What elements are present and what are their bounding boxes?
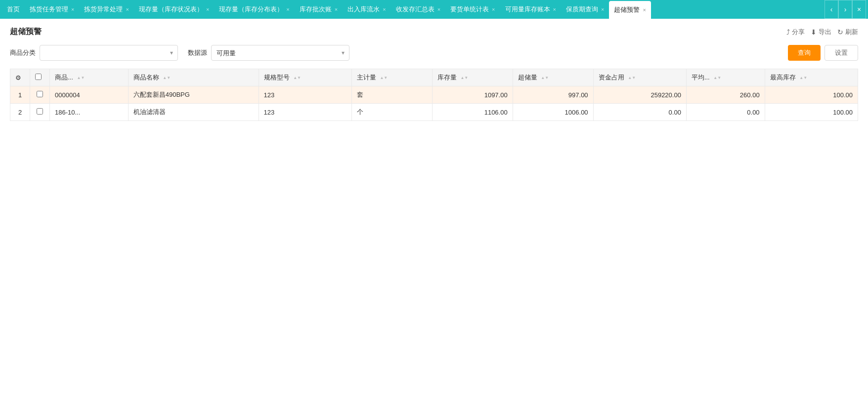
export-button[interactable]: ⬇ 导出	[811, 28, 831, 37]
cell-avg: 260.00	[686, 86, 765, 104]
nav-arrows: ‹ › ×	[825, 0, 866, 19]
top-navigation: 首页 拣货任务管理 × 拣货异常处理 × 现存量（库存状况表） × 现存量（库存…	[0, 0, 868, 19]
filter-category-group: 商品分类	[10, 45, 178, 61]
settings-button[interactable]: 设置	[825, 45, 858, 61]
cell-product-code: 186-10...	[50, 104, 129, 121]
data-table: ⚙ 商品... ▲▼ 商品名称 ▲▼ 规格型号 ▲▼ 主计	[10, 69, 858, 121]
close-icon[interactable]: ×	[601, 6, 604, 12]
sort-icon: ▲▼	[163, 76, 171, 80]
cell-unit: 个	[351, 104, 432, 121]
cell-stock: 1106.00	[432, 104, 513, 121]
category-select[interactable]	[40, 45, 178, 61]
nav-stock-status[interactable]: 现存量（库存状况表） ×	[134, 0, 214, 19]
category-select-wrapper	[40, 45, 178, 61]
table-header-row: ⚙ 商品... ▲▼ 商品名称 ▲▼ 规格型号 ▲▼ 主计	[10, 69, 858, 86]
share-button[interactable]: ⤴ 分享	[786, 28, 805, 37]
th-product-code[interactable]: 商品... ▲▼	[50, 69, 129, 86]
cell-spec: 123	[259, 104, 351, 121]
cell-product-name: 六配套新昌490BPG	[128, 86, 259, 104]
filter-datasource-group: 数据源 可用量 库存量	[188, 45, 349, 61]
row-index: 1	[10, 86, 30, 104]
cell-product-name: 机油滤清器	[128, 104, 259, 121]
th-checkbox	[30, 69, 50, 86]
page-content: 超储预警 ⤴ 分享 ⬇ 导出 ↻ 刷新 商品分类	[0, 19, 868, 395]
close-icon[interactable]: ×	[383, 6, 386, 12]
nav-close-arrow[interactable]: ×	[852, 0, 866, 19]
row-checkbox[interactable]	[37, 108, 43, 115]
close-icon[interactable]: ×	[286, 6, 289, 12]
th-product-name[interactable]: 商品名称 ▲▼	[128, 69, 259, 86]
nav-stock-dist[interactable]: 现存量（库存分布表） ×	[214, 0, 294, 19]
cell-max-stock: 100.00	[765, 104, 858, 121]
sort-icon: ▲▼	[799, 76, 807, 80]
page-title: 超储预警	[10, 27, 42, 37]
nav-collect-summary[interactable]: 收发存汇总表 ×	[391, 0, 445, 19]
datasource-select[interactable]: 可用量 库存量	[211, 45, 349, 61]
sort-icon: ▲▼	[628, 76, 636, 80]
nav-overstock-warning[interactable]: 超储预警 ×	[609, 1, 651, 19]
sort-icon: ▲▼	[293, 76, 301, 80]
cell-stock: 1097.00	[432, 86, 513, 104]
row-index: 2	[10, 104, 30, 121]
close-icon[interactable]: ×	[643, 7, 646, 13]
nav-available-stock[interactable]: 可用量库存账本 ×	[500, 0, 561, 19]
category-label: 商品分类	[10, 48, 36, 57]
row-checkbox[interactable]	[37, 91, 43, 97]
nav-quality-query[interactable]: 保质期查询 ×	[561, 0, 609, 19]
select-all-checkbox[interactable]	[35, 74, 42, 80]
refresh-button[interactable]: ↻ 刷新	[837, 28, 858, 37]
page-header: 超储预警 ⤴ 分享 ⬇ 导出 ↻ 刷新	[10, 27, 858, 37]
nav-batch[interactable]: 库存批次账 ×	[295, 0, 343, 19]
close-icon[interactable]: ×	[71, 6, 74, 12]
export-icon: ⬇	[811, 28, 817, 36]
cell-product-code: 0000004	[50, 86, 129, 104]
cell-overstock: 1006.00	[513, 104, 593, 121]
nav-demand-stats[interactable]: 要货单统计表 ×	[445, 0, 500, 19]
row-checkbox-cell	[30, 104, 50, 121]
right-buttons: 查询 设置	[788, 45, 858, 61]
datasource-select-wrapper: 可用量 库存量	[211, 45, 349, 61]
sort-icon: ▲▼	[380, 76, 388, 80]
sort-icon: ▲▼	[713, 76, 721, 80]
settings-icon: ⚙	[15, 74, 21, 81]
nav-pick-exception[interactable]: 拣货异常处理 ×	[79, 0, 133, 19]
table-row[interactable]: 1 0000004 六配套新昌490BPG 123 套 1097.00 997.…	[10, 86, 858, 104]
sort-icon: ▲▼	[460, 76, 468, 80]
sort-icon: ▲▼	[77, 76, 85, 80]
close-icon[interactable]: ×	[553, 6, 556, 12]
row-checkbox-cell	[30, 86, 50, 104]
cell-overstock: 997.00	[513, 86, 593, 104]
share-icon: ⤴	[786, 28, 790, 36]
sort-icon: ▲▼	[541, 76, 549, 80]
cell-capital: 0.00	[593, 104, 686, 121]
header-actions: ⤴ 分享 ⬇ 导出 ↻ 刷新	[786, 28, 858, 37]
nav-pick-task[interactable]: 拣货任务管理 ×	[25, 0, 79, 19]
nav-next-arrow[interactable]: ›	[838, 0, 852, 19]
close-icon[interactable]: ×	[206, 6, 209, 12]
th-capital[interactable]: 资金占用 ▲▼	[593, 69, 686, 86]
close-icon[interactable]: ×	[335, 6, 338, 12]
th-unit[interactable]: 主计量 ▲▼	[351, 69, 432, 86]
refresh-icon: ↻	[837, 28, 843, 36]
th-settings[interactable]: ⚙	[10, 69, 30, 86]
datasource-label: 数据源	[188, 48, 207, 57]
cell-avg: 0.00	[686, 104, 765, 121]
nav-home[interactable]: 首页	[2, 0, 25, 19]
filter-row: 商品分类 数据源 可用量 库存量 查询 设置	[10, 45, 858, 61]
th-stock[interactable]: 库存量 ▲▼	[432, 69, 513, 86]
cell-capital: 259220.00	[593, 86, 686, 104]
nav-inout-flow[interactable]: 出入库流水 ×	[343, 0, 391, 19]
close-icon[interactable]: ×	[492, 6, 495, 12]
th-max-stock[interactable]: 最高库存 ▲▼	[765, 69, 858, 86]
nav-prev-arrow[interactable]: ‹	[825, 0, 838, 19]
th-spec[interactable]: 规格型号 ▲▼	[259, 69, 351, 86]
cell-unit: 套	[351, 86, 432, 104]
th-overstock[interactable]: 超储量 ▲▼	[513, 69, 593, 86]
th-avg[interactable]: 平均... ▲▼	[686, 69, 765, 86]
close-icon[interactable]: ×	[437, 6, 440, 12]
query-button[interactable]: 查询	[788, 45, 821, 61]
table-row[interactable]: 2 186-10... 机油滤清器 123 个 1106.00 1006.00 …	[10, 104, 858, 121]
close-icon[interactable]: ×	[126, 6, 129, 12]
cell-spec: 123	[259, 86, 351, 104]
cell-max-stock: 100.00	[765, 86, 858, 104]
